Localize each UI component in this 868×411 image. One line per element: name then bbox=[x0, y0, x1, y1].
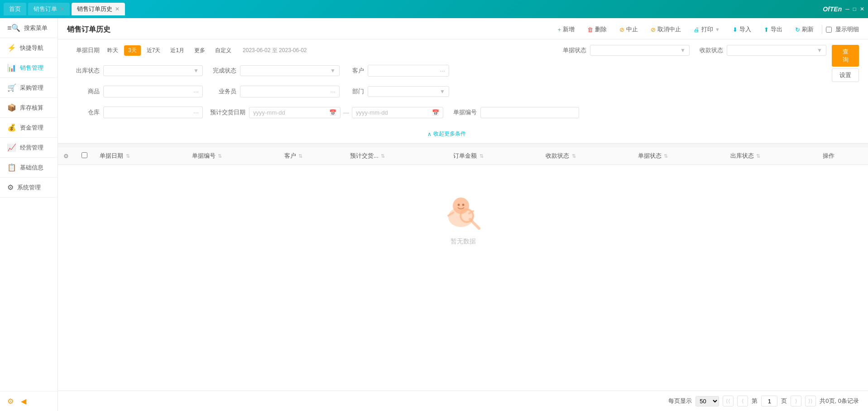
export-label: 导出 bbox=[771, 25, 782, 34]
stop-button[interactable]: ⊘ 中止 bbox=[615, 24, 643, 35]
warehouse-label: 仓库 bbox=[67, 108, 103, 116]
payment-status-select[interactable]: ▼ bbox=[727, 45, 826, 56]
complete-status-arrow-icon: ▼ bbox=[330, 68, 336, 74]
sidebar-item-operations[interactable]: 📈 经营管理 bbox=[0, 138, 58, 158]
sort-customer-icon[interactable]: ⇅ bbox=[298, 153, 302, 159]
sort-order-amount-icon[interactable]: ⇅ bbox=[480, 153, 484, 159]
delete-icon: 🗑 bbox=[587, 26, 593, 33]
first-page-btn[interactable]: ⟨⟨ bbox=[723, 396, 734, 406]
goods-more-icon[interactable]: ··· bbox=[193, 88, 199, 95]
warehouse-more-icon[interactable]: ··· bbox=[193, 109, 199, 116]
sort-payment-status-icon[interactable]: ⇅ bbox=[572, 153, 576, 159]
prev-page-btn[interactable]: ⟨ bbox=[737, 396, 748, 406]
page-input[interactable] bbox=[761, 396, 777, 406]
sort-expected-delivery-icon[interactable]: ⇅ bbox=[381, 153, 385, 159]
next-page-btn[interactable]: ⟩ bbox=[791, 396, 801, 406]
sort-bill-number-icon[interactable]: ⇅ bbox=[218, 153, 222, 159]
print-icon: 🖨 bbox=[694, 26, 700, 33]
minimize-btn[interactable]: ─ bbox=[845, 6, 849, 12]
main-layout: ≡🔍 搜索菜单 ⚡ 快捷导航 📊 销售管理 🛒 采购管理 📦 库存核算 💰 资金… bbox=[0, 18, 868, 411]
new-label: 新增 bbox=[563, 25, 575, 34]
sort-delivery-status-icon[interactable]: ⇅ bbox=[756, 153, 760, 159]
bottom-settings-icon[interactable]: ⚙ bbox=[7, 397, 14, 406]
delivery-status-select[interactable]: ▼ bbox=[103, 65, 203, 76]
page-header: 销售订单历史 + 新增 🗑 删除 ⊘ 中止 ⊘ 取消中止 bbox=[58, 18, 868, 39]
th-operation-label: 操作 bbox=[823, 152, 834, 159]
expected-delivery-start[interactable] bbox=[253, 109, 329, 116]
svg-point-5 bbox=[462, 204, 464, 206]
customer-more-icon[interactable]: ··· bbox=[440, 67, 445, 74]
tab-home[interactable]: 首页 bbox=[4, 3, 26, 15]
print-dropdown-icon: ▼ bbox=[715, 27, 720, 32]
tab-sales-order-close[interactable]: ✕ bbox=[60, 6, 64, 12]
settings-button[interactable]: 设置 bbox=[832, 68, 859, 82]
cancel-stop-button[interactable]: ⊘ 取消中止 bbox=[646, 24, 686, 35]
table-header-row: ⚙ 单据日期 ⇅ 单据编号 ⇅ bbox=[58, 147, 868, 165]
bill-status-label: 单据状态 bbox=[558, 46, 590, 54]
total-text: 共0页, 0条记录 bbox=[820, 397, 859, 405]
toolbar: + 新增 🗑 删除 ⊘ 中止 ⊘ 取消中止 🖨 打印 bbox=[553, 24, 859, 35]
bill-status-select[interactable]: ▼ bbox=[590, 45, 690, 56]
select-all-checkbox[interactable] bbox=[82, 152, 87, 158]
sort-bill-date-icon[interactable]: ⇅ bbox=[126, 153, 130, 159]
print-button[interactable]: 🖨 打印 ▼ bbox=[689, 24, 724, 35]
last-page-btn[interactable]: ⟩⟩ bbox=[805, 396, 816, 406]
salesperson-more-icon[interactable]: ··· bbox=[330, 88, 336, 95]
sidebar-item-sales-mgmt-label: 销售管理 bbox=[20, 64, 43, 72]
bottom-collapse-icon[interactable]: ◀ bbox=[21, 397, 26, 406]
th-expected-delivery: 预计交货... ⇅ bbox=[345, 147, 448, 165]
restore-btn[interactable]: □ bbox=[853, 6, 856, 12]
sidebar-item-base-info[interactable]: 📋 基础信息 bbox=[0, 158, 58, 178]
department-select[interactable]: ▼ bbox=[368, 86, 449, 97]
sidebar-item-search-menu-label: 搜索菜单 bbox=[24, 24, 48, 32]
tab-sales-order-label: 销售订单 bbox=[34, 5, 57, 13]
collapse-btn[interactable]: ∧ 收起更多条件 bbox=[67, 127, 826, 138]
import-button[interactable]: ⬇ 导入 bbox=[728, 24, 756, 35]
page-size-select[interactable]: 50 20 100 bbox=[695, 396, 719, 406]
sidebar-item-finance[interactable]: 💰 资金管理 bbox=[0, 118, 58, 138]
empty-illustration bbox=[436, 192, 490, 237]
delete-button[interactable]: 🗑 删除 bbox=[583, 24, 611, 35]
sidebar-item-search-menu[interactable]: ≡🔍 搜索菜单 bbox=[0, 18, 58, 38]
brand-label: OfTEn bbox=[823, 5, 842, 13]
sidebar-item-sales-mgmt[interactable]: 📊 销售管理 bbox=[0, 58, 58, 78]
bill-number-input[interactable] bbox=[484, 109, 575, 116]
tab-sales-order[interactable]: 销售订单 ✕ bbox=[28, 3, 70, 15]
page-label-suffix: 页 bbox=[781, 397, 787, 405]
export-icon: ⬆ bbox=[764, 26, 769, 33]
sidebar-item-purchase-mgmt[interactable]: 🛒 采购管理 bbox=[0, 78, 58, 98]
th-expected-delivery-label: 预计交货... bbox=[350, 152, 379, 159]
expected-delivery-end[interactable] bbox=[356, 109, 432, 116]
sidebar-item-quick-nav[interactable]: ⚡ 快捷导航 bbox=[0, 38, 58, 58]
sidebar-item-sys-mgmt[interactable]: ⚙ 系统管理 bbox=[0, 178, 58, 198]
sidebar-item-quick-nav-label: 快捷导航 bbox=[20, 44, 43, 52]
sys-mgmt-icon: ⚙ bbox=[7, 183, 14, 192]
date-tab-1month[interactable]: 近1月 bbox=[166, 45, 188, 56]
sidebar-bottom: ⚙ ◀ bbox=[0, 391, 58, 411]
complete-status-select[interactable]: ▼ bbox=[240, 65, 340, 76]
salesperson-label: 业务员 bbox=[208, 87, 240, 96]
calendar-end-icon[interactable]: 📅 bbox=[432, 109, 439, 116]
display-detail-checkbox[interactable] bbox=[826, 27, 832, 33]
date-tab-today[interactable]: 昨天 bbox=[103, 45, 122, 56]
table-settings-icon[interactable]: ⚙ bbox=[63, 153, 69, 160]
query-button[interactable]: 查询 bbox=[832, 45, 859, 67]
collapse-label: 收起更多条件 bbox=[433, 130, 466, 138]
display-detail-toggle[interactable]: 显示明细 bbox=[826, 25, 859, 34]
date-tab-custom[interactable]: 自定义 bbox=[211, 45, 235, 56]
stop-icon: ⊘ bbox=[619, 26, 624, 33]
export-button[interactable]: ⬆ 导出 bbox=[759, 24, 787, 35]
tab-sales-order-history-close[interactable]: ✕ bbox=[115, 6, 120, 12]
new-button[interactable]: + 新增 bbox=[553, 24, 580, 35]
sort-bill-status-icon[interactable]: ⇅ bbox=[664, 153, 668, 159]
sidebar-item-inventory[interactable]: 📦 库存核算 bbox=[0, 98, 58, 118]
payment-status-arrow-icon: ▼ bbox=[817, 47, 822, 53]
calendar-start-icon[interactable]: 📅 bbox=[329, 109, 336, 116]
date-tab-3days[interactable]: 3天 bbox=[124, 45, 141, 56]
close-btn[interactable]: ✕ bbox=[860, 6, 864, 12]
date-tab-7days[interactable]: 近7天 bbox=[143, 45, 165, 56]
collapse-up-icon: ∧ bbox=[427, 131, 432, 137]
refresh-button[interactable]: ↻ 刷新 bbox=[791, 24, 818, 35]
tab-sales-order-history[interactable]: 销售订单历史 ✕ bbox=[72, 3, 125, 15]
date-tab-more[interactable]: 更多 bbox=[190, 45, 209, 56]
